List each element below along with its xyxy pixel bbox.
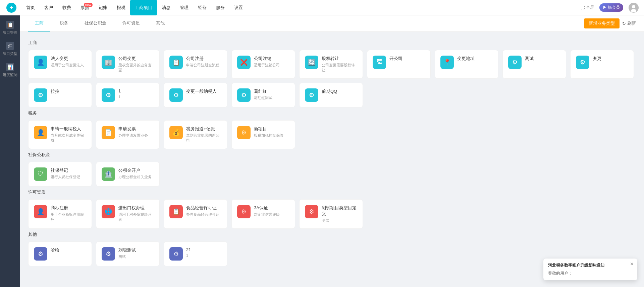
- card-desc-股权转让: 公司变更需要股权转让: [322, 63, 357, 73]
- fullscreen-label: 全屏: [586, 5, 594, 10]
- nav-item-服务[interactable]: 服务: [211, 0, 229, 15]
- nav-item-工商项目[interactable]: 工商项目: [130, 0, 157, 15]
- refresh-button[interactable]: ↻ 刷新: [622, 20, 636, 26]
- card-info-拉拉: 拉拉: [51, 88, 86, 95]
- card-icon-公司注册: 📋: [169, 56, 183, 69]
- card-公司注销[interactable]: ❌ 公司注销 适用于注销公司: [231, 50, 295, 79]
- card-公积金开户[interactable]: 🏦 公积金开户 办理公积金相关业务: [96, 162, 160, 187]
- card-食品经营许可证[interactable]: 📋 食品经营许可证 办理食品经营许可证: [164, 199, 227, 229]
- card-拉拉[interactable]: ⚙ 拉拉: [28, 83, 92, 107]
- sidebar-icon-项目类型: 🏷: [6, 42, 14, 50]
- card-葛红红[interactable]: ⚙ 葛红红 葛红红测试: [231, 83, 295, 107]
- card-desc-21: 1: [186, 253, 222, 258]
- card-icon-变更一般纳税人: ⚙: [169, 88, 183, 102]
- card-desc-商标注册: 用于企业商标注册服务: [51, 212, 86, 222]
- card-icon-开公司: 🏗: [373, 56, 386, 69]
- card-desc-法人变更: 适用于公司变更法人: [51, 63, 86, 68]
- card-icon-葛红红: ⚙: [237, 88, 251, 102]
- nav-item-客户[interactable]: 客户: [40, 0, 58, 15]
- card-name-公积金开户: 公积金开户: [118, 167, 154, 173]
- card-desc-税务报道+记账: 拿到营业执照的新公司: [186, 133, 222, 143]
- sidebar-item-项目管理[interactable]: 📋 项目管理: [1, 18, 19, 38]
- card-3A认证[interactable]: ⚙ 3A认证 对企业信誉评级: [231, 199, 295, 229]
- new-type-button[interactable]: 新增业务类型: [584, 18, 620, 28]
- nav-item-管理[interactable]: 管理: [175, 0, 193, 15]
- card-社保登记[interactable]: 🛡 社保登记 进行人员社保登记: [28, 162, 92, 187]
- card-icon-股权转让: 🔄: [305, 56, 318, 69]
- card-申请发票[interactable]: 📄 申请发票 办理申请发票业务: [96, 120, 160, 149]
- nav-item-经营[interactable]: 经营: [193, 0, 211, 15]
- main-content: 工商税务社保公积金许可资质其他 新增业务类型 ↻ 刷新 工商 👤 法人变更 适用…: [20, 15, 644, 287]
- card-测试[interactable]: ⚙ 测试: [502, 50, 566, 79]
- card-前期QQ[interactable]: ⚙ 前期QQ: [299, 83, 363, 107]
- sidebar-label-项目类型: 项目类型: [3, 51, 17, 56]
- nav-right: ⛶ 全屏 ▶ 畅会员: [581, 3, 639, 13]
- sub-tab-其他[interactable]: 其他: [149, 15, 171, 31]
- card-1[interactable]: ⚙ 1 1: [96, 83, 160, 107]
- card-新项目[interactable]: ⚙ 新项目 报税加税控盘保管: [231, 120, 295, 149]
- card-info-公司变更: 公司变更 股权变更外的业务变更: [118, 56, 154, 73]
- card-desc-进出口权办理: 适用于对外贸易经营者: [118, 212, 154, 222]
- card-进出口权办理[interactable]: 🌐 进出口权办理 适用于对外贸易经营者: [96, 199, 160, 229]
- card-变更[interactable]: ⚙ 变更: [570, 50, 634, 79]
- card-icon-1: ⚙: [102, 88, 115, 102]
- card-icon-法人变更: 👤: [34, 56, 47, 69]
- nav-item-记账[interactable]: 记账: [94, 0, 112, 15]
- card-info-公司注销: 公司注销 适用于注销公司: [254, 56, 289, 68]
- sub-tab-社保公积金[interactable]: 社保公积金: [78, 15, 113, 31]
- card-info-测试项目类型目定义: 测试项目类型目定义 测试: [322, 205, 357, 223]
- card-公司变更[interactable]: 🏢 公司变更 股权变更外的业务变更: [96, 50, 160, 79]
- card-name-1: 1: [118, 88, 154, 93]
- nav-item-消息[interactable]: 消息: [157, 0, 175, 15]
- sub-tab-工商[interactable]: 工商: [28, 15, 50, 31]
- card-公司注册[interactable]: 📋 公司注册 申请公司注册全流程: [164, 50, 227, 79]
- card-desc-葛红红: 葛红红测试: [254, 95, 289, 100]
- sidebar-label-进度监测: 进度监测: [3, 72, 17, 77]
- nav-item-设置[interactable]: 设置: [229, 0, 248, 15]
- fullscreen-icon: ⛶: [581, 5, 585, 10]
- card-name-哈哈: 哈哈: [51, 247, 86, 253]
- nav-item-收费[interactable]: 收费: [58, 0, 76, 15]
- card-icon-测试项目类型目定义: ⚙: [305, 205, 318, 218]
- card-desc-1: 1: [118, 94, 154, 99]
- avatar[interactable]: [629, 3, 639, 13]
- card-哈哈[interactable]: ⚙ 哈哈: [28, 241, 92, 266]
- card-info-公司注册: 公司注册 申请公司注册全流程: [186, 56, 222, 68]
- card-变更地址[interactable]: 📍 变更地址: [435, 50, 498, 79]
- card-info-进出口权办理: 进出口权办理 适用于对外贸易经营者: [118, 205, 154, 222]
- card-info-开公司: 开公司: [389, 56, 425, 63]
- sub-tab-许可资质[interactable]: 许可资质: [116, 15, 147, 31]
- sidebar-item-项目类型[interactable]: 🏷 项目类型: [1, 39, 19, 59]
- card-税务报道+记账[interactable]: 💰 税务报道+记账 拿到营业执照的新公司: [164, 120, 227, 149]
- card-icon-前期QQ: ⚙: [305, 88, 318, 102]
- card-法人变更[interactable]: 👤 法人变更 适用于公司变更法人: [28, 50, 92, 79]
- fullscreen-button[interactable]: ⛶ 全屏: [581, 5, 594, 10]
- nav-item-报税[interactable]: 报税: [112, 0, 130, 15]
- nav-item-首页[interactable]: 首页: [21, 0, 40, 15]
- cards-grid-税务: 👤 申请一般纳税人 当月或次月成变更完成 📄 申请发票 办理申请发票业务 💰 税…: [28, 120, 636, 149]
- nav-item-票据[interactable]: 票据new: [76, 0, 94, 15]
- card-刘聪测试[interactable]: ⚙ 刘聪测试 测试: [96, 241, 160, 266]
- card-info-变更: 变更: [593, 56, 628, 63]
- card-21[interactable]: ⚙ 21 1: [164, 241, 227, 266]
- card-股权转让[interactable]: 🔄 股权转让 公司变更需要股权转让: [299, 50, 363, 79]
- card-商标注册[interactable]: 👤 商标注册 用于企业商标注册服务: [28, 199, 92, 229]
- card-name-变更: 变更: [593, 56, 628, 62]
- card-测试项目类型目定义[interactable]: ⚙ 测试项目类型目定义 测试: [299, 199, 363, 229]
- nav-items: 首页客户收费票据new记账报税工商项目消息管理经营服务设置: [21, 0, 581, 15]
- notification-close-button[interactable]: ✕: [630, 261, 634, 267]
- sub-tab-税务[interactable]: 税务: [53, 15, 75, 31]
- card-info-税务报道+记账: 税务报道+记账 拿到营业执照的新公司: [186, 126, 222, 143]
- nav-badge-票据: new: [84, 3, 93, 7]
- card-name-拉拉: 拉拉: [51, 88, 86, 94]
- card-info-新项目: 新项目 报税加税控盘保管: [254, 126, 289, 138]
- card-desc-公司注销: 适用于注销公司: [254, 63, 289, 68]
- vip-button[interactable]: ▶ 畅会员: [599, 3, 623, 12]
- card-info-葛红红: 葛红红 葛红红测试: [254, 88, 289, 100]
- card-开公司[interactable]: 🏗 开公司: [367, 50, 431, 79]
- card-变更一般纳税人[interactable]: ⚙ 变更一般纳税人: [164, 83, 227, 107]
- card-申请一般纳税人[interactable]: 👤 申请一般纳税人 当月或次月成变更完成: [28, 120, 92, 149]
- sidebar-item-进度监测[interactable]: 📊 进度监测: [1, 60, 19, 80]
- card-desc-社保登记: 进行人员社保登记: [51, 174, 86, 180]
- card-desc-刘聪测试: 测试: [118, 254, 154, 259]
